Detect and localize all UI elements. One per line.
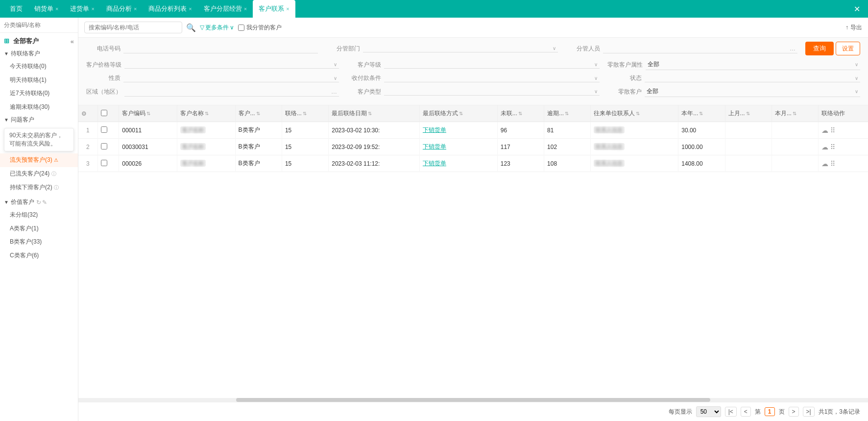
- th-last-month[interactable]: 上月... ⇅: [725, 105, 772, 122]
- horizontal-scrollbar[interactable]: [78, 398, 868, 402]
- th-last-contact-method[interactable]: 最后联络方式 ⇅: [419, 105, 497, 122]
- row-checkbox[interactable]: [101, 160, 107, 166]
- last-contact-method-cell[interactable]: 下销货单: [419, 139, 497, 155]
- search-button[interactable]: 🔍: [186, 23, 196, 32]
- sidebar-search-input[interactable]: [4, 22, 77, 28]
- close-icon[interactable]: ×: [91, 6, 94, 12]
- first-page-button[interactable]: |<: [725, 407, 737, 417]
- last-contact-method-cell[interactable]: 下销货单: [419, 122, 497, 139]
- more-icon[interactable]: …: [331, 88, 337, 95]
- close-icon[interactable]: ×: [134, 6, 137, 12]
- sidebar-item-tomorrow-contact[interactable]: 明天待联络(1): [0, 74, 78, 87]
- next-page-button[interactable]: >: [789, 407, 799, 417]
- sidebar-item-class-c[interactable]: C类客户(6): [0, 249, 78, 263]
- th-year-amount[interactable]: 本年... ⇅: [678, 105, 725, 122]
- sidebar-group-value[interactable]: ▼ 价值客户 ↻ ✎: [0, 196, 78, 208]
- close-icon[interactable]: ×: [189, 6, 192, 12]
- prev-page-button[interactable]: <: [741, 407, 751, 417]
- sidebar: 🔍 ⊞ 全部客户 « ▼ 待联络客户 今天待联络(0) 明天待联络(1) 近7天…: [0, 18, 78, 421]
- customer-code-cell: 00030031: [119, 139, 177, 155]
- contact-person-cell: 联系人信息: [591, 155, 678, 172]
- gender-select[interactable]: ∨: [123, 74, 339, 82]
- advanced-filter-panel: 电话号码 分管部门 ∨ 分管人员 …: [78, 38, 868, 105]
- sidebar-item-overdue-contact[interactable]: 逾期未联络(30): [0, 100, 78, 114]
- export-button[interactable]: ↑ 导出: [845, 24, 862, 32]
- edit-icon[interactable]: ✎: [42, 199, 47, 206]
- settings-icon[interactable]: ⚙: [81, 110, 87, 117]
- th-checkbox[interactable]: [97, 105, 119, 122]
- sidebar-item-churn-warning[interactable]: 流失预警客户(3) ⚠: [0, 153, 78, 167]
- sidebar-group-problem[interactable]: ▼ 问题客户: [0, 114, 78, 126]
- status-select[interactable]: ∨: [645, 74, 860, 82]
- retail-customer-select[interactable]: 全部 ∨: [645, 86, 860, 97]
- search-input[interactable]: [84, 22, 182, 33]
- price-level-select[interactable]: ∨: [124, 61, 339, 69]
- contact-action-icon[interactable]: ☁: [821, 126, 828, 134]
- window-close-button[interactable]: ✕: [850, 4, 864, 14]
- nav-tab-customer-contact[interactable]: 客户联系 ×: [253, 0, 295, 18]
- contact-action-icon[interactable]: ☁: [821, 143, 828, 151]
- sidebar-item-lost-customers[interactable]: 已流失客户(24) ⓘ: [0, 167, 78, 181]
- nav-tab-purchase[interactable]: 进货单 ×: [64, 0, 100, 18]
- sidebar-item-ungrouped[interactable]: 未分组(32): [0, 208, 78, 222]
- th-code[interactable]: 客户编码 ⇅: [119, 105, 177, 122]
- customer-type-select[interactable]: ∨: [384, 88, 600, 96]
- collapse-icon[interactable]: «: [71, 38, 74, 45]
- phone-input[interactable]: [123, 44, 318, 53]
- dept-select[interactable]: ∨: [363, 45, 557, 52]
- th-customer-type[interactable]: 客户... ⇅: [235, 105, 282, 122]
- page-size-select[interactable]: 50 100: [696, 406, 721, 417]
- region-select[interactable]: …: [124, 87, 339, 97]
- th-this-month[interactable]: 本月... ⇅: [772, 105, 818, 122]
- sidebar-item-7days-contact[interactable]: 近7天待联络(0): [0, 87, 78, 100]
- th-name[interactable]: 客户名称 ⇅: [177, 105, 235, 122]
- more-conditions-button[interactable]: ▽ 更多条件 ∨: [200, 24, 234, 32]
- my-customer-checkbox[interactable]: [238, 25, 244, 31]
- more-action-icon[interactable]: ⠿: [830, 126, 835, 134]
- row-checkbox-cell[interactable]: [97, 139, 119, 155]
- th-settings[interactable]: ⚙: [78, 105, 97, 122]
- payment-select[interactable]: ∨: [384, 74, 600, 82]
- th-contact-count[interactable]: 联络... ⇅: [282, 105, 328, 122]
- select-all-checkbox[interactable]: [101, 110, 107, 116]
- scrollbar-thumb[interactable]: [236, 398, 710, 402]
- refresh-icon[interactable]: ↻: [36, 199, 41, 206]
- sidebar-item-class-a[interactable]: A类客户(1): [0, 222, 78, 236]
- retail-attr-select[interactable]: 全部 ∨: [646, 59, 860, 70]
- filter-row-1: 电话号码 分管部门 ∨ 分管人员 …: [86, 42, 860, 55]
- th-no-contact[interactable]: 未联... ⇅: [497, 105, 544, 122]
- more-icon[interactable]: …: [790, 45, 796, 52]
- nav-tab-product-list[interactable]: 商品分析列表 ×: [143, 0, 197, 18]
- close-icon[interactable]: ×: [55, 6, 58, 12]
- nav-tab-home[interactable]: 首页: [4, 0, 28, 18]
- row-checkbox[interactable]: [101, 126, 107, 133]
- nav-tab-product-analysis[interactable]: 商品分析 ×: [100, 0, 143, 18]
- row-checkbox-cell[interactable]: [97, 155, 119, 172]
- sidebar-group-pending[interactable]: ▼ 待联络客户: [0, 48, 78, 60]
- th-contact-person[interactable]: 往来单位联系人 ⇅: [591, 105, 678, 122]
- customer-code-cell: 000011: [119, 122, 177, 139]
- contact-action-icon[interactable]: ☁: [821, 160, 828, 168]
- more-action-icon[interactable]: ⠿: [830, 160, 835, 168]
- query-button[interactable]: 查询: [805, 42, 834, 55]
- row-checkbox[interactable]: [101, 143, 107, 149]
- last-contact-method-cell[interactable]: 下销货单: [419, 155, 497, 172]
- th-last-contact-date[interactable]: 最后联络日期 ⇅: [329, 105, 420, 122]
- close-icon[interactable]: ×: [244, 6, 247, 12]
- sidebar-item-declining-customers[interactable]: 持续下滑客户(2) ⓘ: [0, 181, 78, 195]
- customer-level-select[interactable]: ∨: [384, 61, 600, 69]
- nav-tab-customer-tier[interactable]: 客户分层经营 ×: [198, 0, 253, 18]
- more-action-icon[interactable]: ⠿: [830, 143, 835, 151]
- sidebar-item-class-b[interactable]: B类客户(33): [0, 235, 78, 249]
- setting-button[interactable]: 设置: [836, 42, 860, 55]
- my-customer-checkbox-label[interactable]: 我分管的客户: [238, 24, 282, 32]
- nav-tab-sales[interactable]: 销货单 ×: [28, 0, 64, 18]
- manager-select[interactable]: …: [603, 44, 797, 53]
- th-overdue[interactable]: 逾期... ⇅: [544, 105, 591, 122]
- last-page-button[interactable]: >|: [803, 407, 815, 417]
- row-action-cell: ☁ ⠿: [819, 122, 868, 139]
- sidebar-item-today-contact[interactable]: 今天待联络(0): [0, 60, 78, 74]
- filter-row-4: 区域（地区） … 客户类型 ∨ 零散客户 全部: [86, 86, 860, 97]
- close-icon[interactable]: ×: [286, 6, 289, 12]
- row-checkbox-cell[interactable]: [97, 122, 119, 139]
